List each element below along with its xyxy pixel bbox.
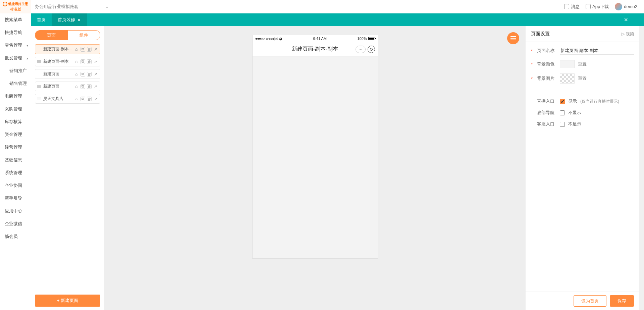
- settings-title: 页面设置: [531, 31, 550, 37]
- sidebar-item-4[interactable]: 营销推广: [0, 64, 31, 77]
- drag-icon[interactable]: [37, 98, 41, 100]
- nav-label: 底部导航: [537, 110, 556, 116]
- page-item-1[interactable]: 新建页面-副本⌂⧉🗑↗: [35, 57, 100, 66]
- sidebar-item-9[interactable]: 资金管理: [0, 128, 31, 141]
- page-name-input[interactable]: [560, 47, 634, 55]
- sidebar-item-10[interactable]: 经营管理: [0, 141, 31, 154]
- page-item-4[interactable]: 昊天文具店⌂⧉🗑↗: [35, 94, 100, 104]
- sidebar-item-1[interactable]: 快捷导航: [0, 26, 31, 39]
- copy-icon[interactable]: ⧉: [80, 72, 85, 76]
- video-help-button[interactable]: ▷视频: [622, 31, 634, 37]
- bgcolor-label: 背景颜色: [537, 61, 556, 67]
- copy-icon[interactable]: ⧉: [80, 97, 85, 101]
- sidebar-item-3[interactable]: 批发管理▴: [0, 52, 31, 64]
- share-icon[interactable]: ↗: [93, 72, 98, 76]
- share-icon[interactable]: ↗: [93, 84, 98, 89]
- account-select[interactable]: 办公用品行业模拟账套 ⌄: [35, 4, 109, 10]
- page-item-3[interactable]: 新建页面⌂⧉🗑↗: [35, 82, 100, 91]
- segment-control: 页面 组件: [35, 30, 100, 40]
- wifi-icon: ◕: [279, 37, 282, 41]
- close-icon[interactable]: ✕: [77, 17, 81, 22]
- bgimg-label: 背景图片: [537, 75, 556, 82]
- share-icon[interactable]: ↗: [93, 47, 98, 52]
- sidebar-item-6[interactable]: 电商管理: [0, 90, 31, 103]
- user-menu[interactable]: demo2: [615, 3, 637, 10]
- required-icon: *: [531, 48, 534, 53]
- share-icon[interactable]: ↗: [93, 97, 98, 101]
- logo-icon: [3, 2, 7, 6]
- tab-0[interactable]: 首页: [31, 13, 52, 26]
- drag-icon[interactable]: [37, 60, 41, 63]
- delete-icon[interactable]: 🗑: [87, 72, 92, 76]
- share-icon[interactable]: ↗: [93, 59, 98, 64]
- messages-button[interactable]: 消息: [564, 4, 580, 10]
- phone-time: 9:41 AM: [313, 37, 327, 41]
- sidebar-item-2[interactable]: 零售管理▾: [0, 39, 31, 52]
- sidebar-item-13[interactable]: 企业协同: [0, 179, 31, 192]
- app-download-button[interactable]: App下载: [586, 4, 609, 10]
- drag-icon[interactable]: [37, 85, 41, 88]
- page-item-label: 昊天文具店: [43, 96, 72, 102]
- carrier-label: chanjet: [266, 37, 278, 41]
- sidebar-item-12[interactable]: 系统管理: [0, 166, 31, 179]
- nav-text: 不显示: [568, 110, 581, 116]
- tab-close-all-button[interactable]: ✕: [620, 13, 632, 26]
- copy-icon[interactable]: ⧉: [80, 59, 85, 64]
- home-icon[interactable]: ⌂: [74, 59, 79, 64]
- bgimg-reset-button[interactable]: 重置: [578, 75, 587, 82]
- page-name-label: 页面名称: [537, 48, 556, 54]
- sidebar-item-7[interactable]: 采购管理: [0, 103, 31, 115]
- sidebar-item-14[interactable]: 新手引导: [0, 192, 31, 205]
- delete-icon[interactable]: 🗑: [87, 59, 92, 64]
- battery-icon: [368, 37, 375, 40]
- bgimg-swatch[interactable]: [560, 73, 575, 84]
- seg-component[interactable]: 组件: [68, 31, 100, 40]
- cs-checkbox[interactable]: [560, 122, 565, 127]
- bgcolor-swatch[interactable]: [560, 60, 575, 68]
- home-icon[interactable]: ⌂: [74, 47, 79, 52]
- nav-checkbox[interactable]: [560, 110, 565, 115]
- battery-label: 100%: [357, 37, 367, 41]
- page-item-2[interactable]: 新建页面⌂⧉🗑↗: [35, 69, 100, 79]
- play-icon: ▷: [622, 32, 625, 36]
- message-icon: [564, 4, 569, 9]
- live-checkbox[interactable]: [560, 99, 565, 104]
- home-icon[interactable]: ⌂: [74, 84, 79, 89]
- home-icon[interactable]: ⌂: [74, 72, 79, 76]
- floating-menu-button[interactable]: [507, 32, 519, 44]
- home-icon[interactable]: ⌂: [74, 97, 79, 101]
- save-button[interactable]: 保存: [610, 295, 634, 307]
- miniapp-close-icon: [368, 46, 375, 53]
- scrollbar[interactable]: [639, 26, 644, 310]
- sidebar-item-5[interactable]: 销售管理: [0, 77, 31, 90]
- drag-icon[interactable]: [37, 73, 41, 75]
- set-home-button[interactable]: 设为首页: [574, 295, 606, 307]
- live-text: 显示: [568, 98, 577, 104]
- topbar: 畅捷通好生意 标准版 办公用品行业模拟账套 ⌄ 消息 App下载 demo2: [0, 0, 644, 13]
- sidebar-item-16[interactable]: 企业微信: [0, 217, 31, 230]
- phone-header: 新建页面-副本-副本 ···: [253, 42, 378, 57]
- bgcolor-reset-button[interactable]: 重置: [578, 61, 587, 67]
- delete-icon[interactable]: 🗑: [87, 47, 92, 52]
- copy-icon[interactable]: ⧉: [80, 84, 85, 89]
- sidebar-item-15[interactable]: 应用中心: [0, 205, 31, 217]
- page-item-0[interactable]: 新建页面-副本...⌂⧉🗑↗: [35, 44, 100, 54]
- account-name: 办公用品行业模拟账套: [35, 4, 78, 10]
- sidebar-item-0[interactable]: 搜索菜单: [0, 13, 31, 26]
- copy-icon[interactable]: ⧉: [80, 47, 85, 52]
- drag-icon[interactable]: [37, 48, 41, 50]
- fullscreen-button[interactable]: ⛶: [632, 13, 644, 26]
- tab-1[interactable]: 首页装修✕: [52, 13, 87, 26]
- seg-page[interactable]: 页面: [35, 31, 68, 40]
- sidebar-item-11[interactable]: 基础信息: [0, 154, 31, 166]
- new-page-button[interactable]: + 新建页面: [35, 295, 100, 307]
- sidebar-item-17[interactable]: 畅会员: [0, 230, 31, 243]
- chevron-down-icon: ⌄: [105, 4, 109, 9]
- delete-icon[interactable]: 🗑: [87, 84, 92, 89]
- logo-sub: 标准版: [10, 7, 21, 12]
- sidebar-item-8[interactable]: 库存核算: [0, 115, 31, 128]
- page-list: 新建页面-副本...⌂⧉🗑↗新建页面-副本⌂⧉🗑↗新建页面⌂⧉🗑↗新建页面⌂⧉🗑…: [35, 44, 100, 295]
- delete-icon[interactable]: 🗑: [87, 97, 92, 101]
- signal-icon: ●●●○○: [255, 37, 265, 41]
- phone-body[interactable]: [253, 57, 378, 258]
